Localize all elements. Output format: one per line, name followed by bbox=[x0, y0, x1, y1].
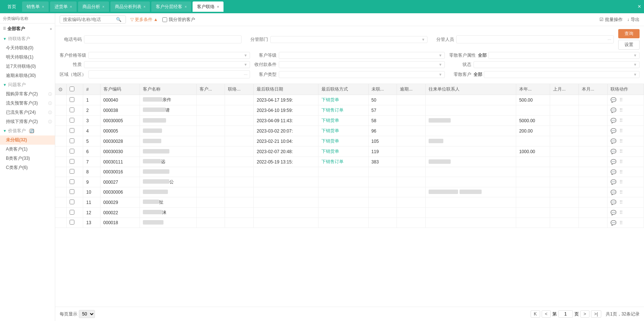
chat-icon[interactable]: 💬 bbox=[610, 128, 616, 134]
nav-tab-product-analysis[interactable]: 商品分析 × bbox=[78, 1, 109, 12]
sidebar-all-customers[interactable]: ⠿ 全部客户 « bbox=[0, 24, 55, 34]
sidebar-search-input[interactable] bbox=[3, 16, 54, 21]
sidebar-item-lost[interactable]: 已流失客户(24) ⓘ bbox=[0, 108, 55, 117]
last-method-link[interactable]: 下销货单 bbox=[321, 128, 339, 133]
chat-icon[interactable]: 💬 bbox=[610, 107, 616, 113]
row-select-checkbox[interactable] bbox=[70, 128, 74, 133]
chat-icon[interactable]: 💬 bbox=[610, 138, 616, 144]
row-select-checkbox[interactable] bbox=[70, 210, 74, 215]
row-select-checkbox[interactable] bbox=[70, 200, 74, 204]
grid-icon[interactable]: ⠿ bbox=[619, 128, 623, 134]
chat-icon[interactable]: 💬 bbox=[610, 159, 616, 165]
chat-icon[interactable]: 💬 bbox=[610, 179, 616, 185]
price-level-select[interactable]: ▼ bbox=[88, 52, 250, 59]
chat-icon[interactable]: 💬 bbox=[610, 220, 616, 226]
last-method-link[interactable]: 下销售订单 bbox=[321, 159, 344, 164]
row-select-checkbox[interactable] bbox=[70, 138, 74, 143]
more-conditions-btn[interactable]: ▽ 更多条件 ▲ bbox=[130, 17, 158, 23]
prev-page-btn[interactable]: < bbox=[542, 310, 551, 318]
close-icon[interactable]: × bbox=[42, 5, 44, 9]
dept-select[interactable]: ▼ bbox=[270, 36, 428, 43]
export-btn[interactable]: ↓ 导出 bbox=[627, 17, 640, 23]
phone-input[interactable] bbox=[84, 35, 242, 43]
group-problem-customers[interactable]: ▼ 问题客户 bbox=[0, 80, 55, 89]
nav-tab-sales[interactable]: 销售单 × bbox=[22, 1, 49, 12]
last-method-link[interactable]: 下销货单 bbox=[321, 138, 339, 144]
grid-icon[interactable]: ⠿ bbox=[619, 190, 623, 195]
sidebar-item-class-b[interactable]: B类客户(33) bbox=[0, 154, 55, 163]
nature-select[interactable]: ▼ bbox=[84, 61, 250, 68]
first-page-btn[interactable]: K bbox=[531, 310, 540, 318]
grid-icon[interactable]: ⠿ bbox=[619, 200, 623, 205]
row-select-checkbox[interactable] bbox=[70, 179, 74, 184]
grid-icon[interactable]: ⠿ bbox=[619, 149, 623, 154]
grid-icon[interactable]: ⠿ bbox=[619, 118, 623, 123]
grid-icon[interactable]: ⠿ bbox=[619, 138, 623, 144]
customer-type-select[interactable]: ▼ bbox=[279, 71, 445, 78]
query-button[interactable]: 查询 bbox=[618, 29, 640, 38]
sidebar-item-class-c[interactable]: C类客户(6) bbox=[0, 163, 55, 172]
search-icon[interactable]: 🔍 bbox=[116, 17, 122, 22]
sidebar-item-tomorrow[interactable]: 明天待联络(1) bbox=[0, 53, 55, 62]
close-icon[interactable]: × bbox=[184, 5, 187, 9]
reset-button[interactable]: 设置 bbox=[618, 40, 640, 50]
settings-icon[interactable]: ⚙ bbox=[58, 87, 63, 92]
close-icon[interactable]: × bbox=[70, 5, 72, 9]
grid-icon[interactable]: ⠿ bbox=[619, 179, 623, 185]
search-input[interactable] bbox=[63, 17, 115, 22]
customer-level-select[interactable]: ▼ bbox=[279, 52, 445, 59]
page-number-input[interactable] bbox=[558, 310, 573, 318]
chat-icon[interactable]: 💬 bbox=[610, 97, 616, 103]
close-icon[interactable]: × bbox=[102, 5, 105, 9]
page-size-select[interactable]: 50 bbox=[79, 310, 95, 318]
close-icon[interactable]: × bbox=[144, 5, 146, 9]
chat-icon[interactable]: 💬 bbox=[610, 190, 616, 195]
nav-tab-home[interactable]: 首页 bbox=[3, 1, 21, 12]
last-method-link[interactable]: 下销货单 bbox=[321, 97, 339, 102]
nav-tab-purchase[interactable]: 进货单 × bbox=[50, 1, 77, 12]
grid-icon[interactable]: ⠿ bbox=[619, 107, 623, 113]
sidebar-item-class-a[interactable]: A类客户(1) bbox=[0, 145, 55, 154]
select-all-checkbox[interactable] bbox=[70, 87, 74, 91]
nav-tab-product-list[interactable]: 商品分析列表 × bbox=[110, 1, 150, 12]
chat-icon[interactable]: 💬 bbox=[610, 169, 616, 175]
last-method-link[interactable]: 下销售订单 bbox=[321, 107, 344, 113]
grid-icon[interactable]: ⠿ bbox=[619, 169, 623, 175]
scatter-customer-select[interactable]: ▼ bbox=[484, 71, 640, 78]
next-page-btn[interactable]: > bbox=[580, 310, 590, 318]
sidebar-item-declining[interactable]: 持续下滑客户(2) ⓘ bbox=[0, 117, 55, 126]
payment-select[interactable]: ▼ bbox=[279, 61, 445, 68]
manager-input[interactable]: ··· bbox=[456, 35, 614, 43]
last-method-link[interactable]: 下销货单 bbox=[321, 149, 339, 154]
group-value-customers[interactable]: ▼ 价值客户 🔄 bbox=[0, 126, 55, 135]
chat-icon[interactable]: 💬 bbox=[610, 200, 616, 205]
nav-tab-customer-tier[interactable]: 客户分层经客 × bbox=[151, 1, 191, 12]
row-select-checkbox[interactable] bbox=[70, 118, 74, 123]
sidebar-item-today[interactable]: 今天待联络(0) bbox=[0, 43, 55, 53]
group-pending-contact[interactable]: ▼ 待联络客户 bbox=[0, 34, 55, 43]
sidebar-item-hoard[interactable]: 囤购异常客户(2) ⓘ bbox=[0, 89, 55, 99]
row-select-checkbox[interactable] bbox=[70, 220, 74, 225]
chat-icon[interactable]: 💬 bbox=[610, 118, 616, 123]
grid-icon[interactable]: ⠿ bbox=[619, 210, 623, 215]
close-icon[interactable]: × bbox=[217, 5, 219, 9]
last-page-btn[interactable]: >| bbox=[591, 310, 601, 318]
grid-icon[interactable]: ⠿ bbox=[619, 159, 623, 165]
sidebar-item-ungroup[interactable]: 未分组(32) bbox=[0, 135, 55, 145]
close-window-icon[interactable]: × bbox=[638, 3, 641, 10]
scatter-attr-select[interactable]: ▼ bbox=[488, 52, 640, 59]
grid-icon[interactable]: ⠿ bbox=[619, 220, 623, 226]
row-select-checkbox[interactable] bbox=[70, 189, 74, 194]
sidebar-item-churn-warning[interactable]: 流失预警客户(3) ⓘ bbox=[0, 99, 55, 108]
region-input[interactable]: ··· bbox=[88, 70, 250, 78]
last-method-link[interactable]: 下销货单 bbox=[321, 118, 339, 123]
row-select-checkbox[interactable] bbox=[70, 169, 74, 174]
row-select-checkbox[interactable] bbox=[70, 159, 74, 164]
chat-icon[interactable]: 💬 bbox=[610, 210, 616, 215]
status-select[interactable]: ▼ bbox=[474, 61, 640, 68]
nav-tab-customer-contact[interactable]: 客户联络 × bbox=[193, 1, 224, 12]
my-customers-check[interactable] bbox=[162, 17, 167, 22]
batch-ops-btn[interactable]: ☑ 批量操作 bbox=[599, 17, 623, 23]
collapse-icon[interactable]: « bbox=[50, 27, 52, 31]
row-select-checkbox[interactable] bbox=[70, 107, 74, 112]
